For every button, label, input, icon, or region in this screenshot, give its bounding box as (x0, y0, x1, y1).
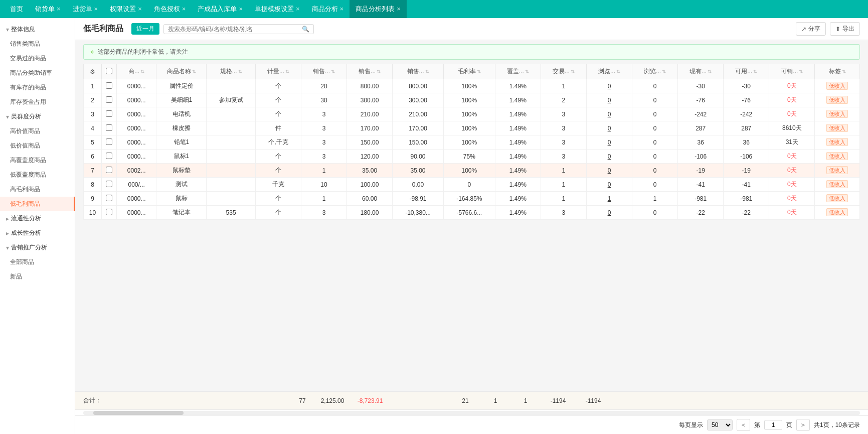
row-checkbox[interactable] (102, 192, 117, 206)
col-name[interactable]: 商品名称⇅ (156, 64, 207, 79)
col-tag[interactable]: 标签⇅ (815, 64, 860, 79)
sort-tag-icon[interactable]: ⇅ (842, 69, 846, 74)
row-select-checkbox[interactable] (106, 153, 112, 159)
col-views1[interactable]: 浏览...⇅ (586, 64, 632, 79)
row-checkbox[interactable] (102, 93, 117, 107)
prev-page-button[interactable]: ＜ (737, 419, 750, 431)
views1-link[interactable]: 0 (608, 153, 611, 160)
row-checkbox[interactable] (102, 135, 117, 150)
sidebar-item-sales-goods[interactable]: 销售类商品 (0, 37, 75, 51)
row-checkbox[interactable] (102, 206, 117, 220)
row-select-checkbox[interactable] (106, 195, 112, 201)
nav-home[interactable]: 首页 (4, 0, 29, 18)
sort-gross-icon[interactable]: ⇅ (477, 69, 481, 74)
export-button[interactable]: ⬆ 导出 (830, 22, 860, 36)
share-button[interactable]: ↗ 分享 (796, 22, 826, 36)
sidebar-item-new-goods[interactable]: 新品 (0, 269, 75, 284)
nav-purchase[interactable]: 进货单× (67, 0, 104, 18)
sidebar-group-circulation[interactable]: ▸ 流通性分析 (0, 211, 75, 226)
nav-template-close[interactable]: × (296, 5, 300, 13)
page-input[interactable] (764, 420, 782, 430)
sort-code-icon[interactable]: ⇅ (140, 69, 144, 74)
row-views1[interactable]: 0 (586, 79, 632, 93)
views1-link[interactable]: 0 (608, 125, 611, 132)
sort-avail-icon[interactable]: ⇅ (753, 69, 757, 74)
row-views1[interactable]: 0 (586, 121, 632, 135)
nav-product-close[interactable]: × (239, 5, 243, 13)
nav-sales-close[interactable]: × (57, 5, 61, 13)
nav-sales[interactable]: 销货单× (29, 0, 67, 18)
settings-icon[interactable]: ⚙ (90, 68, 95, 75)
views1-link[interactable]: 0 (608, 111, 611, 118)
col-spec[interactable]: 规格...⇅ (207, 64, 255, 79)
row-checkbox[interactable] (102, 79, 117, 93)
sort-sale-icon[interactable]: ⇅ (799, 69, 803, 74)
sort-stock-icon[interactable]: ⇅ (708, 69, 712, 74)
row-select-checkbox[interactable] (106, 124, 112, 131)
row-views1[interactable]: 0 (586, 93, 632, 107)
sort-price-icon[interactable]: ⇅ (377, 69, 381, 74)
nav-goods-list-close[interactable]: × (397, 5, 401, 13)
row-select-checkbox[interactable] (106, 96, 112, 103)
row-select-checkbox[interactable] (106, 82, 112, 89)
nav-goods-analysis-list[interactable]: 商品分析列表× (350, 0, 407, 18)
col-views2[interactable]: 浏览...⇅ (632, 64, 678, 79)
sidebar-group-marketing[interactable]: ▾ 营销推广分析 (0, 240, 75, 255)
col-coverage[interactable]: 覆盖...⇅ (495, 64, 541, 79)
col-settings[interactable]: ⚙ (84, 64, 102, 79)
nav-permissions[interactable]: 权限设置× (104, 0, 148, 18)
sidebar-item-stock-capital[interactable]: 库存资金占用 (0, 95, 75, 109)
row-views1[interactable]: 0 (586, 135, 632, 150)
sort-v2-icon[interactable]: ⇅ (662, 69, 666, 74)
sidebar-group-overall[interactable]: ▾ 整体信息 (0, 22, 75, 37)
sort-unit-icon[interactable]: ⇅ (285, 69, 289, 74)
views1-link[interactable]: 0 (608, 97, 611, 104)
col-checkbox[interactable] (102, 64, 117, 79)
sort-trans-icon[interactable]: ⇅ (571, 69, 575, 74)
row-views1[interactable]: 0 (586, 178, 632, 192)
row-select-checkbox[interactable] (106, 138, 112, 145)
row-checkbox[interactable] (102, 150, 117, 164)
row-select-checkbox[interactable] (106, 209, 112, 215)
select-all-checkbox[interactable] (106, 68, 112, 74)
sidebar-item-low-value[interactable]: 低价值商品 (0, 138, 75, 153)
col-available[interactable]: 可用...⇅ (724, 64, 769, 79)
nav-role-close[interactable]: × (182, 5, 186, 13)
col-unit[interactable]: 计量...⇅ (255, 64, 301, 79)
col-sales-profit[interactable]: 销售...⇅ (393, 64, 444, 79)
row-views1[interactable]: 1 (586, 192, 632, 206)
sidebar-item-high-coverage[interactable]: 高覆盖度商品 (0, 153, 75, 168)
sort-profit-icon[interactable]: ⇅ (425, 69, 429, 74)
views1-link[interactable]: 0 (608, 167, 611, 174)
views1-link[interactable]: 0 (608, 83, 611, 90)
nav-permissions-close[interactable]: × (138, 5, 142, 13)
sidebar-group-growth[interactable]: ▸ 成长性分析 (0, 226, 75, 240)
sort-spec-icon[interactable]: ⇅ (238, 69, 242, 74)
row-select-checkbox[interactable] (106, 167, 112, 173)
nav-product-entry[interactable]: 产成品入库单× (192, 0, 249, 18)
nav-goods-analysis[interactable]: 商品分析× (306, 0, 350, 18)
row-views1[interactable]: 0 (586, 206, 632, 220)
col-saleable[interactable]: 可销...⇅ (769, 64, 815, 79)
nav-template-settings[interactable]: 单据模板设置× (249, 0, 306, 18)
sidebar-item-all-goods[interactable]: 全部商品 (0, 255, 75, 269)
sidebar-item-low-margin[interactable]: 低毛利商品 (0, 197, 75, 211)
nav-purchase-close[interactable]: × (94, 5, 98, 13)
col-gross-rate[interactable]: 毛利率⇅ (443, 64, 495, 79)
views1-link[interactable]: 1 (608, 195, 611, 202)
col-transactions[interactable]: 交易...⇅ (541, 64, 586, 79)
row-checkbox[interactable] (102, 178, 117, 192)
row-checkbox[interactable] (102, 121, 117, 135)
sort-qty-icon[interactable]: ⇅ (331, 69, 335, 74)
sidebar-item-category-sales[interactable]: 商品分类助销率 (0, 66, 75, 80)
next-page-button[interactable]: ＞ (796, 419, 810, 431)
time-filter-button[interactable]: 近一月 (131, 23, 159, 35)
row-checkbox[interactable] (102, 164, 117, 178)
page-size-select[interactable]: 50 100 200 (707, 419, 733, 430)
views1-link[interactable]: 0 (608, 139, 611, 146)
sidebar-group-cluster[interactable]: ▾ 类群度分析 (0, 109, 75, 124)
sidebar-item-high-value[interactable]: 高价值商品 (0, 124, 75, 138)
sort-cov-icon[interactable]: ⇅ (525, 69, 529, 74)
col-sales-price[interactable]: 销售...⇅ (347, 64, 393, 79)
row-select-checkbox[interactable] (106, 110, 112, 117)
